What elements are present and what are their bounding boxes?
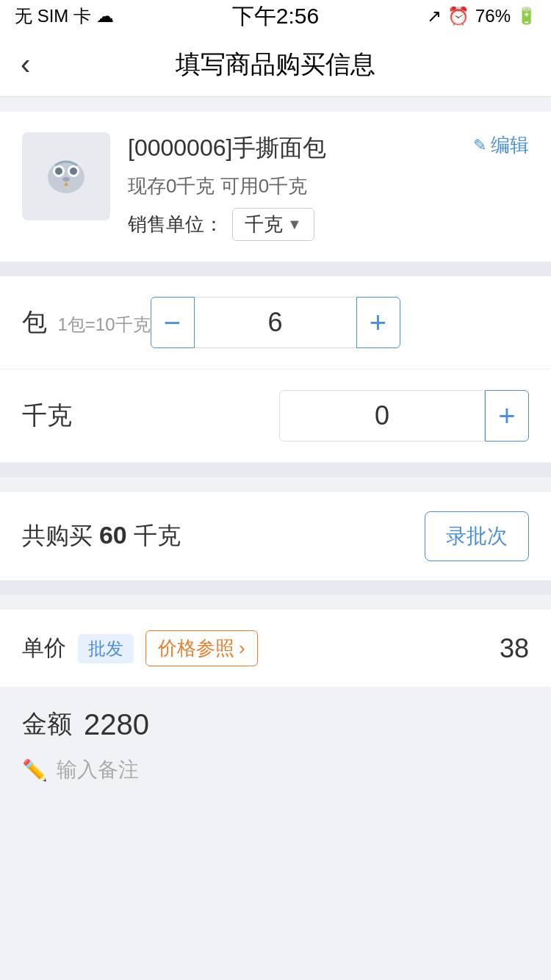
amount-label: 金额 — [22, 707, 72, 741]
price-section: 单价 批发 价格参照 › 38 — [0, 610, 551, 687]
amount-row: 金额 2280 — [22, 707, 529, 756]
edit-button[interactable]: ✎ 编辑 — [473, 132, 529, 158]
product-stock: 现存0千克 可用0千克 — [128, 173, 529, 199]
unit-dropdown[interactable]: 千克 ▼ — [232, 208, 314, 241]
bag-decrement-button[interactable]: − — [151, 297, 195, 348]
unit-value: 千克 — [245, 212, 283, 237]
summary-section: 共购买 60 千克 录批次 — [0, 492, 551, 580]
product-unit-row: 销售单位： 千克 ▼ — [128, 208, 529, 241]
kg-qty-input[interactable] — [279, 390, 485, 442]
bag-increment-button[interactable]: + — [356, 297, 400, 348]
bag-input-row: 包 1包=10千克 − + — [0, 276, 551, 370]
kg-input-row: 千克 + — [0, 370, 551, 463]
divider-2 — [0, 463, 551, 478]
battery-text: 76% — [475, 6, 511, 26]
price-value: 38 — [500, 633, 529, 664]
divider-1 — [0, 262, 551, 276]
edit-label: 编辑 — [491, 132, 529, 158]
empty-space — [0, 799, 551, 980]
price-tag: 批发 — [78, 634, 134, 663]
price-ref-button[interactable]: 价格参照 › — [145, 630, 258, 666]
kg-label: 千克 — [22, 399, 279, 433]
price-ref-arrow-icon: › — [239, 637, 245, 660]
amount-section: 金额 2280 ✏️ 输入备注 — [0, 687, 551, 799]
bag-hint: 1包=10千克 — [57, 314, 150, 334]
pencil-icon: ✏️ — [22, 758, 48, 782]
alarm-icon: ⏰ — [447, 6, 469, 26]
bag-label: 包 — [22, 308, 47, 336]
status-time: 下午2:56 — [232, 1, 319, 32]
back-button[interactable]: ‹ — [21, 48, 30, 81]
price-label: 单价 — [22, 633, 66, 663]
page-title: 填写商品购买信息 — [176, 48, 375, 82]
summary-prefix: 共购买 — [22, 522, 93, 549]
svg-point-5 — [62, 177, 70, 181]
kg-qty-control: + — [279, 390, 529, 442]
dropdown-arrow-icon: ▼ — [287, 216, 302, 233]
product-logo — [40, 148, 92, 205]
summary-unit: 千克 — [134, 522, 181, 549]
bag-qty-control: − + — [151, 297, 400, 348]
remark-placeholder: 输入备注 — [57, 756, 139, 784]
edit-icon: ✎ — [473, 136, 486, 155]
location-icon: ↗ — [427, 6, 442, 26]
product-info: [0000006]手撕面包 现存0千克 可用0千克 销售单位： 千克 ▼ — [128, 132, 529, 241]
summary-text: 共购买 60 千克 — [22, 520, 425, 552]
nav-bar: ‹ 填写商品购买信息 — [0, 32, 551, 97]
signal-text: 无 SIM 卡 ☁ — [15, 4, 114, 28]
divider-3 — [0, 580, 551, 595]
bag-label-group: 包 1包=10千克 — [22, 306, 151, 339]
unit-label: 销售单位： — [128, 212, 223, 237]
status-bar: 无 SIM 卡 ☁ 下午2:56 ↗ ⏰ 76% 🔋 — [0, 0, 551, 32]
amount-value: 2280 — [84, 708, 149, 741]
remark-row[interactable]: ✏️ 输入备注 — [22, 756, 529, 799]
input-section: 包 1包=10千克 − + 千克 + — [0, 276, 551, 463]
product-card: [0000006]手撕面包 现存0千克 可用0千克 销售单位： 千克 ▼ ✎ 编… — [0, 112, 551, 262]
summary-row: 共购买 60 千克 录批次 — [0, 492, 551, 580]
kg-increment-button[interactable]: + — [485, 390, 529, 442]
status-right: ↗ ⏰ 76% 🔋 — [427, 6, 536, 26]
status-left: 无 SIM 卡 ☁ — [15, 4, 114, 28]
product-name: [0000006]手撕面包 — [128, 132, 529, 165]
batch-button[interactable]: 录批次 — [425, 511, 529, 561]
battery-icon: 🔋 — [516, 7, 536, 26]
product-image — [22, 132, 110, 220]
summary-amount: 60 — [99, 521, 127, 549]
price-ref-label: 价格参照 — [158, 635, 234, 661]
svg-point-3 — [55, 167, 62, 175]
bag-qty-input[interactable] — [195, 297, 356, 348]
price-row: 单价 批发 价格参照 › 38 — [22, 630, 529, 666]
svg-point-4 — [70, 167, 77, 175]
